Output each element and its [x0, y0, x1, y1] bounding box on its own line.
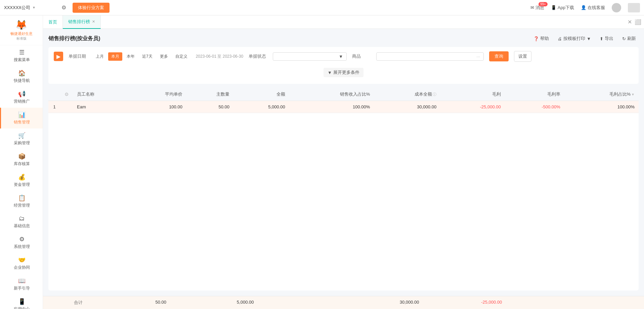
tab-sales-rank[interactable]: 销售排行榜 ✕ — [63, 15, 101, 29]
refresh-label: 刷新 — [627, 36, 636, 42]
expand-more-button[interactable]: ▼ 展开更多条件 — [324, 68, 363, 77]
sidebar-label-basic: 基础信息 — [14, 223, 30, 229]
th-settings[interactable]: ⚙ — [60, 88, 73, 101]
message-button[interactable]: ✉ 消息 99+ — [530, 5, 544, 11]
page-content: 销售排行榜(按业务员) ❓ 帮助 🖨 按模板打印 ▼ ⬆ 导出 — [43, 29, 644, 296]
sidebar-label-finance: 资金管理 — [14, 182, 30, 188]
sidebar-item-enterprise[interactable]: 🤝 企业协同 — [0, 253, 43, 274]
status-select-arrow: ▼ — [339, 54, 343, 59]
template-print-label: 按模板打印 — [563, 36, 585, 42]
sidebar-item-shortcut[interactable]: 🏠 快捷导航 — [0, 66, 43, 87]
tab-restore-button[interactable]: ⬜ — [635, 19, 641, 25]
footer-gross: -25,000.00 — [481, 300, 502, 305]
header-right: ✉ 消息 99+ 📱 App下载 👤 在线客服 — [530, 3, 640, 12]
logo-text: 畅捷通好生意 — [10, 31, 33, 36]
cell-gross-pct: 100.00% — [564, 101, 639, 113]
tab-home-label: 首页 — [48, 19, 57, 25]
app-download-icon: 📱 — [551, 5, 556, 10]
refresh-icon: ↻ — [622, 36, 626, 41]
cell-qty: 50.00 — [186, 101, 233, 113]
sidebar-item-sales[interactable]: 📊 销售管理 — [0, 108, 43, 128]
th-cost: 成本全额ⓘ — [374, 88, 440, 101]
sidebar-item-inventory[interactable]: 📦 库存核算 — [0, 149, 43, 170]
cell-settings — [60, 101, 73, 113]
help-button[interactable]: ❓ 帮助 — [531, 34, 552, 43]
th-name: 员工名称 — [73, 88, 130, 101]
refresh-button[interactable]: ↻ 刷新 — [619, 34, 639, 43]
company-name: XXXXXX公司 — [4, 5, 30, 11]
cell-amount: 5,000.00 — [233, 101, 289, 113]
expand-more-label: 展开更多条件 — [333, 69, 359, 75]
tab-close-all-button[interactable]: ✕ — [628, 19, 632, 25]
sales-icon: 📊 — [18, 111, 26, 118]
sidebar-item-finance[interactable]: 💰 资金管理 — [0, 170, 43, 191]
status-select[interactable]: ▼ — [273, 52, 347, 61]
search-menu-icon: ☰ — [19, 49, 25, 56]
sidebar-item-purchase[interactable]: 🛒 采购管理 — [0, 128, 43, 149]
content-area: 首页 销售排行榜 ✕ ✕ ⬜ 销售排行榜(按业务员) ❓ 帮助 — [43, 15, 644, 309]
online-service-button[interactable]: 👤 在线客服 — [581, 5, 605, 11]
app-download-label: App下载 — [558, 5, 574, 11]
date-btn-thisyear[interactable]: 本年 — [124, 52, 138, 61]
data-table: ⚙ 员工名称 平均单价 主数量 全额 销售收入占比% 成本全额ⓘ 毛利 毛利率 — [48, 88, 639, 113]
filter-expand-arrow[interactable]: ▶ — [54, 52, 63, 61]
export-button[interactable]: ⬆ 导出 — [597, 34, 616, 43]
main-layout: 🦊 畅捷通好生意 标准版 ☰ 搜索菜单 🏠 快捷导航 📢 营销推广 📊 销售管理… — [0, 15, 644, 309]
settings-button[interactable]: 设置 — [514, 51, 531, 62]
date-btn-custom[interactable]: 自定义 — [172, 52, 190, 61]
tab-home[interactable]: 首页 — [43, 15, 63, 29]
sidebar-label-operations: 经营管理 — [14, 203, 30, 208]
template-print-button[interactable]: 🖨 按模板打印 ▼ — [555, 34, 594, 43]
sidebar-label-guide: 新手引导 — [14, 286, 30, 291]
app-download-button[interactable]: 📱 App下载 — [551, 5, 574, 11]
footer-label-cell: 合计 — [70, 300, 151, 306]
header-gear-button[interactable]: ⚙ — [59, 3, 69, 12]
sidebar-item-operations[interactable]: 📋 经营管理 — [0, 191, 43, 212]
export-label: 导出 — [605, 36, 613, 42]
top-header: XXXXXX公司 ▼ ⚙ 体验行业方案 ✉ 消息 99+ 📱 App下载 👤 在… — [0, 0, 644, 15]
cell-sales-pct: 100.00% — [289, 101, 374, 113]
sidebar-item-basic[interactable]: 🗂 基础信息 — [0, 212, 43, 232]
sidebar-item-guide[interactable]: 📖 新手引导 — [0, 274, 43, 295]
gross-pct-sort-icon[interactable]: ▼ — [631, 93, 635, 96]
date-btn-lastmonth[interactable]: 上月 — [93, 52, 107, 61]
avatar[interactable] — [612, 3, 621, 12]
sidebar-item-apps[interactable]: 📱 应用中心 — [0, 295, 43, 309]
goods-input[interactable]: ··· — [376, 52, 484, 61]
footer-spacer — [314, 300, 395, 306]
company-selector[interactable]: XXXXXX公司 ▼ — [4, 5, 58, 11]
marketing-icon: 📢 — [18, 90, 26, 98]
sidebar-item-system[interactable]: ⚙ 系统管理 — [0, 232, 43, 253]
th-gross-rate: 毛利率 — [505, 88, 564, 101]
th-avg-price: 平均单价 — [130, 88, 186, 101]
footer-qty: 50.00 — [155, 300, 166, 305]
print-icon: 🖨 — [558, 36, 562, 41]
logo-icon: 🦊 — [15, 19, 27, 31]
tab-sales-rank-label: 销售排行榜 — [68, 19, 90, 25]
trial-button[interactable]: 体验行业方案 — [73, 3, 110, 13]
date-range: 2023-06-01 至 2023-06-30 — [196, 54, 243, 59]
sidebar-item-search[interactable]: ☰ 搜索菜单 — [0, 45, 43, 66]
tab-bar-right: ✕ ⬜ — [628, 19, 644, 25]
footer-qty-cell: 50.00 — [151, 300, 232, 306]
date-btn-thismonth[interactable]: 本月 — [108, 52, 122, 61]
home-icon: 🏠 — [18, 69, 26, 77]
sidebar-label-enterprise: 企业协同 — [14, 265, 30, 270]
date-btn-7days[interactable]: 近7天 — [139, 52, 156, 61]
th-sales-pct: 销售收入占比% — [289, 88, 374, 101]
sidebar-item-marketing[interactable]: 📢 营销推广 — [0, 87, 43, 108]
status-label: 单据状态 — [249, 53, 267, 59]
th-rank — [48, 88, 60, 101]
expand-more-row: ▼ 展开更多条件 — [54, 65, 633, 80]
footer-amount: 5,000.00 — [237, 300, 254, 305]
tab-close-icon[interactable]: ✕ — [92, 19, 95, 24]
online-service-label: 在线客服 — [588, 5, 605, 11]
th-gross-pct: 毛利占比%▼ — [564, 88, 639, 101]
table-settings-icon[interactable]: ⚙ — [65, 92, 69, 97]
date-btn-more[interactable]: 更多 — [157, 52, 171, 61]
table-footer: 合计 50.00 5,000.00 30,000.00 -25,000.00 — [43, 296, 644, 309]
user-name-placeholder — [628, 3, 640, 12]
online-service-icon: 👤 — [581, 5, 586, 10]
query-button[interactable]: 查询 — [489, 51, 509, 61]
cost-info-icon[interactable]: ⓘ — [433, 92, 436, 96]
